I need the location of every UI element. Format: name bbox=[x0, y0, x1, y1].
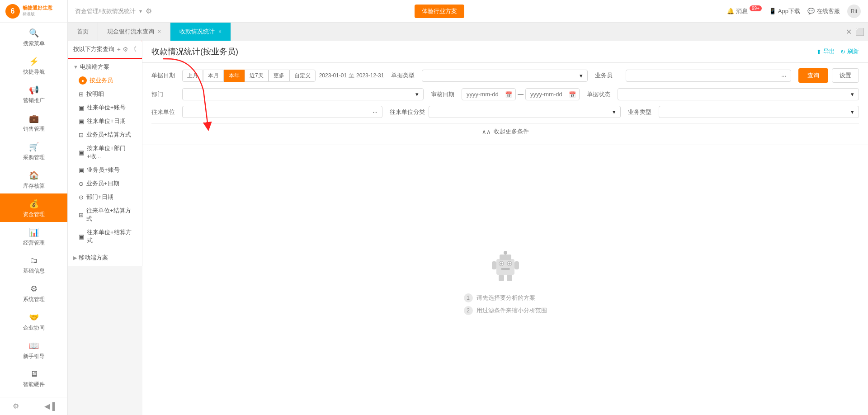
promo-button[interactable]: 体验行业方案 bbox=[415, 5, 464, 18]
header-gear-icon[interactable]: ⚙ bbox=[146, 7, 152, 15]
partner-select[interactable]: ··· bbox=[182, 106, 382, 118]
collapse-icon: ∧∧ bbox=[482, 128, 491, 135]
panel-pc-header[interactable]: ▼ 电脑端方案 bbox=[68, 60, 142, 74]
user-avatar[interactable]: Rit bbox=[847, 5, 861, 18]
tab-home[interactable]: 首页 bbox=[68, 23, 98, 41]
refresh-label: 刷新 bbox=[847, 47, 859, 56]
partner-category-label: 往来单位分类 bbox=[390, 108, 425, 116]
panel-item-salesperson-account[interactable]: ▣ 业务员+账号 bbox=[68, 163, 142, 177]
svg-rect-11 bbox=[507, 275, 512, 281]
refresh-button[interactable]: ↻ 刷新 bbox=[840, 47, 859, 56]
sidebar-item-wechat[interactable]: 💬 企业微信 bbox=[0, 392, 67, 397]
date-tab-custom[interactable]: 自定义 bbox=[289, 70, 316, 82]
dept-select[interactable]: ▾ bbox=[182, 88, 424, 100]
svg-point-6 bbox=[508, 262, 510, 264]
sidebar-item-search[interactable]: 🔍 搜索菜单 bbox=[0, 23, 67, 51]
sidebar-item-label: 库存核算 bbox=[23, 182, 45, 190]
messages-button[interactable]: 🔔 消息 99+ bbox=[727, 7, 762, 15]
panel-settings-button[interactable]: ⚙ bbox=[123, 45, 128, 53]
panel-item-dept-date[interactable]: ⊙ 部门+日期 bbox=[68, 190, 142, 204]
partner-settlement1-icon: ⊞ bbox=[79, 212, 84, 218]
tab-bank-close[interactable]: × bbox=[158, 28, 161, 35]
export-button[interactable]: ⬆ 导出 bbox=[816, 47, 835, 56]
panel-item-by-salesperson[interactable]: ● 按业务员 bbox=[68, 74, 142, 87]
business-type-select[interactable]: ▾ bbox=[659, 106, 859, 118]
sidebar-item-system[interactable]: ⚙ 系统管理 bbox=[0, 278, 67, 307]
empty-robot-icon bbox=[485, 245, 526, 286]
dept-field: 部门 ▾ bbox=[151, 88, 424, 100]
salesperson-account-label: 业务员+账号 bbox=[87, 166, 120, 174]
salesperson-item-label: 按业务员 bbox=[90, 76, 113, 85]
sidebar-item-finance[interactable]: 💰 资金管理 bbox=[0, 193, 67, 222]
panel-item-partner-settlement1[interactable]: ⊞ 往来单位+结算方式 bbox=[68, 204, 142, 226]
dept-date-label: 部门+日期 bbox=[86, 193, 113, 201]
left-panel-wrapper: 按以下方案查询 + ⚙ 《 ▼ bbox=[68, 41, 142, 415]
tab-receipt[interactable]: 收款情况统计 × bbox=[170, 23, 231, 41]
logo-badge: 标准版 bbox=[23, 11, 52, 17]
svg-point-5 bbox=[500, 262, 502, 264]
partner-dept-icon: ▣ bbox=[79, 149, 84, 156]
sidebar-item-sales[interactable]: 💼 销售管理 bbox=[0, 108, 67, 137]
sidebar-item-basic[interactable]: 🗂 基础信息 bbox=[0, 250, 67, 278]
window-close-button[interactable]: ✕ bbox=[846, 28, 852, 36]
panel-item-detail[interactable]: ⊞ 按明细 bbox=[68, 87, 142, 101]
app-download-button[interactable]: 📱 App下载 bbox=[769, 7, 800, 15]
finance-icon: 💰 bbox=[29, 199, 39, 209]
date-tab-7days[interactable]: 近7天 bbox=[245, 70, 269, 82]
tip-1-text: 请先选择要分析的方案 bbox=[476, 294, 535, 302]
voucher-type-select[interactable]: ▾ bbox=[422, 70, 587, 82]
salesperson-select[interactable]: ··· bbox=[626, 70, 791, 82]
tab-bank[interactable]: 现金银行流水查询 × bbox=[98, 23, 170, 41]
voucher-status-select[interactable]: ▾ bbox=[618, 88, 859, 100]
collapse-label: 收起更多条件 bbox=[494, 127, 529, 136]
partner-category-select[interactable]: ▾ bbox=[429, 106, 621, 118]
business-type-label: 业务类型 bbox=[628, 108, 655, 116]
sales-icon: 💼 bbox=[29, 113, 39, 123]
panel-header-actions: + ⚙ 《 bbox=[117, 45, 137, 53]
sidebar-item-enterprise[interactable]: 🤝 企业协同 bbox=[0, 307, 67, 335]
calendar-to-icon: 📅 bbox=[569, 91, 576, 98]
collapse-sidebar-icon[interactable]: ◀▐ bbox=[44, 402, 55, 410]
sidebar-item-guide[interactable]: 📖 新手引导 bbox=[0, 335, 67, 364]
salesperson-dots[interactable]: ··· bbox=[781, 72, 786, 79]
panel-item-salesperson-date[interactable]: ⊙ 业务员+日期 bbox=[68, 177, 142, 190]
detail-item-label: 按明细 bbox=[86, 90, 104, 98]
online-service-button[interactable]: 💬 在线客服 bbox=[807, 7, 840, 15]
salesperson-date-icon: ⊙ bbox=[79, 180, 84, 187]
panel-item-partner-settlement2[interactable]: ▣ 往来单位+结算方式 bbox=[68, 226, 142, 247]
panel-item-partner-account[interactable]: ▣ 往来单位+账号 bbox=[68, 101, 142, 114]
voucher-status-dropdown-icon: ▾ bbox=[851, 91, 854, 98]
partner-dots[interactable]: ··· bbox=[373, 108, 377, 115]
sidebar-item-purchase[interactable]: 🛒 采购管理 bbox=[0, 137, 67, 165]
sidebar-item-marketing[interactable]: 📢 营销推广 bbox=[0, 80, 67, 108]
sidebar-item-label: 快捷导航 bbox=[23, 68, 45, 76]
voucher-status-label: 单据状态 bbox=[587, 90, 614, 99]
date-tab-last-month[interactable]: 上月 bbox=[182, 70, 203, 82]
sidebar-item-operation[interactable]: 📊 经营管理 bbox=[0, 222, 67, 250]
settings-bottom-icon[interactable]: ⚙ bbox=[13, 402, 19, 410]
panel-item-partner-dept[interactable]: ▣ 按来单位+部门+收... bbox=[68, 141, 142, 163]
sidebar-item-label: 资金管理 bbox=[23, 211, 45, 218]
date-tab-this-month[interactable]: 本月 bbox=[203, 70, 224, 82]
panel-collapse-button[interactable]: 《 bbox=[130, 45, 137, 53]
query-button[interactable]: 查询 bbox=[798, 68, 828, 83]
tab-receipt-close[interactable]: × bbox=[218, 28, 222, 35]
sidebar: 6 畅捷通好生意 标准版 🔍 搜索菜单 ⚡ 快捷导航 📢 营销推广 💼 bbox=[0, 0, 68, 415]
sidebar-item-inventory[interactable]: 🏠 库存核算 bbox=[0, 165, 67, 193]
date-tab-this-year[interactable]: 本年 bbox=[224, 70, 245, 82]
svg-rect-0 bbox=[496, 259, 514, 275]
sidebar-item-hardware[interactable]: 🖥 智能硬件 bbox=[0, 364, 67, 392]
salesperson-active-icon: ● bbox=[79, 76, 87, 85]
collapse-conditions-button[interactable]: ∧∧ 收起更多条件 bbox=[151, 123, 859, 139]
panel-add-button[interactable]: + bbox=[117, 45, 121, 53]
panel-header: 按以下方案查询 + ⚙ 《 bbox=[68, 41, 142, 58]
header-dropdown-icon[interactable]: ▾ bbox=[139, 8, 142, 14]
sidebar-item-shortcut[interactable]: ⚡ 快捷导航 bbox=[0, 51, 67, 80]
panel-item-partner-date[interactable]: ▣ 往来单位+日期 bbox=[68, 114, 142, 128]
date-tab-more[interactable]: 更多 bbox=[269, 70, 289, 82]
settings-button[interactable]: 设置 bbox=[832, 68, 859, 83]
partner-category-dropdown-icon: ▾ bbox=[613, 108, 616, 115]
window-max-button[interactable]: ⬜ bbox=[855, 28, 864, 36]
panel-item-salesperson-settlement[interactable]: ⊡ 业务员+结算方式 bbox=[68, 128, 142, 141]
panel-mobile-header[interactable]: ▶ 移动端方案 bbox=[68, 251, 142, 264]
